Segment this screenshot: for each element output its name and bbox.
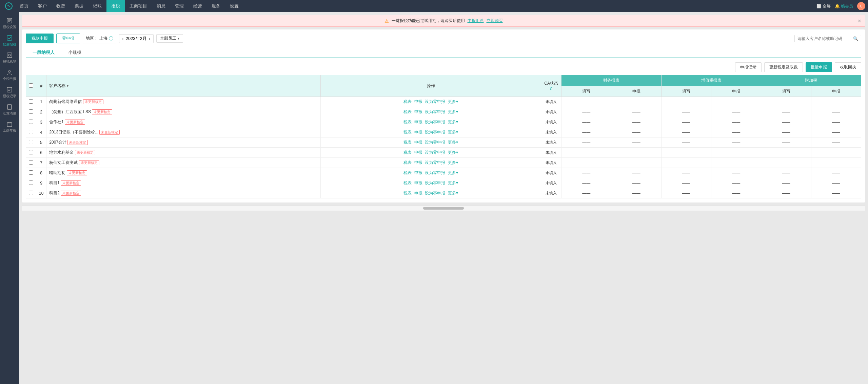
staff-selector[interactable]: 全部员工 ▾ [156,34,183,43]
op-link-more[interactable]: 更多▾ [448,120,458,124]
op-link-税表[interactable]: 税表 [403,130,412,134]
op-link-设为零申报[interactable]: 设为零申报 [425,191,445,195]
nav-message[interactable]: 消息 [152,0,170,12]
op-link-设为零申报[interactable]: 设为零申报 [425,180,445,185]
row-checkbox[interactable] [29,130,33,134]
nav-fee[interactable]: 收费 [52,0,70,12]
op-link-设为零申报[interactable]: 设为零申报 [425,150,445,155]
op-link-税表[interactable]: 税表 [403,180,412,185]
op-link-设为零申报[interactable]: 设为零申报 [425,130,445,134]
region-info-icon[interactable]: ⓘ [109,36,113,42]
sidebar-item-personal-tax[interactable]: 个税申报 [0,67,19,84]
row-tax-submit: —— [711,127,761,137]
unverified-tag: 未更新核定 [61,180,81,186]
op-link-申报[interactable]: 申报 [414,99,422,104]
op-link-more[interactable]: 更多▾ [448,170,458,175]
row-checkbox[interactable] [29,160,33,165]
tab-tax-declaration[interactable]: 税款申报 [26,34,54,43]
row-checkbox[interactable] [29,180,33,185]
op-link-more[interactable]: 更多▾ [448,160,458,165]
op-link-more[interactable]: 更多▾ [448,140,458,145]
fullscreen-btn[interactable]: ⬜ 全屏 [816,3,830,9]
banner-link-summary[interactable]: 申报汇总 [468,18,484,24]
op-link-设为零申报[interactable]: 设为零申报 [425,170,445,175]
op-link-申报[interactable]: 申报 [414,150,422,155]
op-link-税表[interactable]: 税表 [403,120,412,124]
sidebar-item-tax-settings[interactable]: 报税设置 [0,15,19,32]
op-link-申报[interactable]: 申报 [414,130,422,134]
tab-zero-declaration[interactable]: 零申报 [56,34,80,43]
select-all-checkbox[interactable] [29,83,33,88]
search-icon[interactable]: 🔍 [853,36,858,41]
row-checkbox[interactable] [29,140,33,144]
search-input[interactable] [797,36,852,41]
sidebar-item-business-annual[interactable]: 工商年报 [0,119,19,136]
nav-invoice[interactable]: 票据 [70,0,88,12]
name-sort-icon[interactable]: ▾ [67,84,68,88]
nav-customer[interactable]: 客户 [33,0,52,12]
op-link-申报[interactable]: 申报 [414,191,422,195]
op-link-more[interactable]: 更多▾ [448,109,458,114]
op-link-more[interactable]: 更多▾ [448,130,458,134]
sub-tab-small[interactable]: 小规模 [61,47,88,58]
row-checkbox[interactable] [29,109,33,114]
op-link-税表[interactable]: 税表 [403,191,412,195]
update-tax-button[interactable]: 更新税定及取数 [764,62,803,72]
nav-business[interactable]: 工商项目 [125,0,152,12]
op-link-more[interactable]: 更多▾ [448,99,458,104]
horizontal-scrollbar[interactable] [423,207,464,210]
sidebar-item-annual-settlement[interactable]: 汇算清缴 [0,101,19,119]
th-additional-tax: 附加税 [761,75,861,86]
svg-rect-9 [7,87,12,92]
op-link-more[interactable]: 更多▾ [448,150,458,155]
op-link-申报[interactable]: 申报 [414,109,422,114]
row-checkbox[interactable] [29,191,33,195]
op-link-税表[interactable]: 税表 [403,150,412,155]
sidebar-item-batch-tax[interactable]: 批量报税 [0,32,19,49]
get-receipt-button[interactable]: 收取回执 [835,62,861,72]
declaration-record-button[interactable]: 申报记录 [735,62,762,72]
batch-declare-button[interactable]: 批量申报 [806,62,832,72]
op-link-设为零申报[interactable]: 设为零申报 [425,99,445,104]
op-link-税表[interactable]: 税表 [403,140,412,145]
sidebar-item-tax-record[interactable]: 报税记录 [0,84,19,101]
nav-home[interactable]: 首页 [15,0,33,12]
nav-management[interactable]: 管理 [170,0,189,12]
row-checkbox[interactable] [29,99,33,104]
op-link-申报[interactable]: 申报 [414,160,422,165]
upgrade-btn[interactable]: 🔔 畅会员 [835,3,853,9]
op-link-设为零申报[interactable]: 设为零申报 [425,140,445,145]
region-selector[interactable]: 地区： 上海 ⓘ [83,34,116,43]
user-avatar[interactable]: U [857,2,865,10]
row-add-submit: —— [811,188,861,198]
op-link-申报[interactable]: 申报 [414,140,422,145]
op-link-设为零申报[interactable]: 设为零申报 [425,160,445,165]
op-link-申报[interactable]: 申报 [414,120,422,124]
op-link-设为零申报[interactable]: 设为零申报 [425,109,445,114]
nav-settings[interactable]: 设置 [225,0,243,12]
op-link-税表[interactable]: 税表 [403,99,412,104]
op-link-申报[interactable]: 申报 [414,180,422,185]
prev-date-button[interactable]: ‹ [122,36,124,41]
nav-operation[interactable]: 经营 [189,0,207,12]
row-checkbox[interactable] [29,150,33,154]
app-logo[interactable] [3,0,15,12]
op-link-申报[interactable]: 申报 [414,170,422,175]
row-checkbox-cell [26,148,36,158]
next-date-button[interactable]: › [149,36,151,41]
nav-bookkeeping[interactable]: 记账 [88,0,106,12]
op-link-税表[interactable]: 税表 [403,109,412,114]
op-link-more[interactable]: 更多▾ [448,191,458,195]
row-checkbox[interactable] [29,170,33,175]
banner-link-buy[interactable]: 立即购买 [487,18,503,24]
op-link-more[interactable]: 更多▾ [448,180,458,185]
sub-tab-general[interactable]: 一般纳税人 [26,47,61,58]
sidebar-item-overview[interactable]: 报税总览 [0,49,19,67]
row-checkbox[interactable] [29,120,33,124]
op-link-税表[interactable]: 税表 [403,170,412,175]
nav-service[interactable]: 服务 [207,0,225,12]
banner-close[interactable]: ✕ [857,18,862,24]
op-link-设为零申报[interactable]: 设为零申报 [425,120,445,124]
op-link-税表[interactable]: 税表 [403,160,412,165]
nav-tax[interactable]: 报税 [106,0,125,12]
